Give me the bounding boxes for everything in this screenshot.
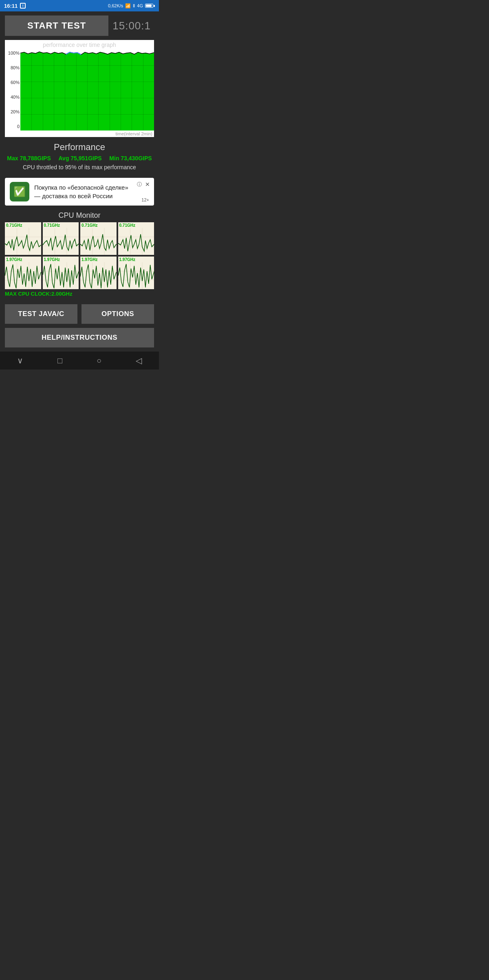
status-right: 0,62K/s 📶 Ⅱ 4G bbox=[108, 3, 155, 9]
cpu-freq-7: 1.97GHz bbox=[119, 257, 135, 262]
graph-canvas bbox=[20, 49, 154, 131]
performance-line bbox=[20, 49, 154, 131]
status-bar: 16:11 ! 0,62K/s 📶 Ⅱ 4G bbox=[0, 0, 159, 11]
y-label-100: 100% bbox=[6, 51, 20, 55]
ad-banner: ✅ Покупка по «безопасной сделке» — доста… bbox=[5, 178, 154, 206]
cpu-freq-0: 0.71GHz bbox=[6, 223, 22, 228]
ad-info-button[interactable]: ⓘ bbox=[137, 181, 142, 188]
performance-stats: Max 78,788GIPS Avg 75,951GIPS Min 73,430… bbox=[3, 155, 156, 161]
cpu-freq-5: 1.97GHz bbox=[44, 257, 60, 262]
ad-text: Покупка по «безопасной сделке» — доставк… bbox=[34, 183, 149, 200]
cpu-core-4: 1.97GHz bbox=[5, 257, 41, 289]
cpu-sparkline-7 bbox=[118, 262, 154, 289]
performance-section: Performance Max 78,788GIPS Avg 75,951GIP… bbox=[0, 137, 159, 175]
y-label-20: 20% bbox=[6, 109, 20, 114]
throttle-text: CPU throttled to 95% of its max performa… bbox=[3, 164, 156, 170]
test-java-c-button[interactable]: TEST JAVA/C bbox=[5, 304, 77, 324]
y-label-0: 0 bbox=[6, 124, 20, 129]
cpu-core-6: 1.97GHz bbox=[80, 257, 117, 289]
performance-title: Performance bbox=[3, 142, 156, 153]
cpu-sparkline-4 bbox=[5, 262, 41, 289]
nav-down-icon[interactable]: ∨ bbox=[17, 356, 23, 365]
nav-back-icon[interactable]: ◁ bbox=[136, 356, 142, 365]
wifi-icon: 📶 bbox=[125, 3, 131, 9]
cpu-grid: 0.71GHz 0.71GHz bbox=[5, 222, 154, 289]
connection-type: 4G bbox=[137, 3, 143, 8]
cpu-sparkline-6 bbox=[80, 262, 117, 289]
cpu-core-1: 0.71GHz bbox=[43, 222, 79, 255]
cpu-sparkline-1 bbox=[43, 228, 79, 255]
cpu-core-7: 1.97GHz bbox=[118, 257, 154, 289]
stat-avg: Avg 75,951GIPS bbox=[59, 155, 102, 161]
graph-area: 100% 80% 60% 40% 20% 0 bbox=[5, 49, 154, 131]
options-button[interactable]: OPTIONS bbox=[82, 304, 154, 324]
graph-time-label: time(interval 2min) bbox=[5, 131, 154, 137]
cpu-sparkline-2 bbox=[80, 228, 117, 255]
cpu-core-5: 1.97GHz bbox=[43, 257, 79, 289]
y-label-80: 80% bbox=[6, 65, 20, 70]
battery-indicator bbox=[145, 4, 155, 8]
status-left: 16:11 ! bbox=[4, 3, 26, 9]
help-btn-row: HELP/INSTRUCTIONS bbox=[0, 328, 159, 352]
graph-title: performance over time graph bbox=[5, 40, 154, 49]
cpu-monitor-section: CPU Monitor 0.71GHz 0.71GHz bbox=[0, 208, 159, 300]
cpu-max-clock: MAX CPU CLOCK:2.00GHz bbox=[5, 291, 154, 297]
cpu-freq-2: 0.71GHz bbox=[82, 223, 97, 228]
performance-graph-container: performance over time graph 100% 80% 60%… bbox=[5, 40, 154, 137]
cpu-sparkline-5 bbox=[43, 262, 79, 289]
cpu-core-0: 0.71GHz bbox=[5, 222, 41, 255]
notification-icon: ! bbox=[20, 3, 26, 9]
graph-y-labels: 100% 80% 60% 40% 20% 0 bbox=[5, 49, 20, 131]
cpu-monitor-title: CPU Monitor bbox=[5, 211, 154, 220]
ad-text-line1: Покупка по «безопасной сделке» bbox=[34, 184, 128, 191]
signal-icon: Ⅱ bbox=[133, 3, 135, 9]
cpu-core-2: 0.71GHz bbox=[80, 222, 117, 255]
timer-display: 15:00:1 bbox=[112, 20, 154, 32]
ad-shield-icon: ✅ bbox=[10, 182, 29, 201]
stat-max: Max 78,788GIPS bbox=[7, 155, 51, 161]
y-label-60: 60% bbox=[6, 80, 20, 85]
network-speed: 0,62K/s bbox=[108, 3, 123, 8]
cpu-core-3: 0.71GHz bbox=[118, 222, 154, 255]
top-controls: START TEST 15:00:1 bbox=[0, 11, 159, 40]
cpu-freq-4: 1.97GHz bbox=[6, 257, 22, 262]
cpu-sparkline-0 bbox=[5, 228, 41, 255]
nav-recent-icon[interactable]: □ bbox=[57, 356, 62, 365]
status-time: 16:11 bbox=[4, 3, 18, 9]
cpu-freq-1: 0.71GHz bbox=[44, 223, 60, 228]
start-test-button[interactable]: START TEST bbox=[5, 15, 108, 36]
cpu-sparkline-3 bbox=[118, 228, 154, 255]
navigation-bar: ∨ □ ○ ◁ bbox=[0, 352, 159, 369]
stat-min: Min 73,430GIPS bbox=[109, 155, 152, 161]
help-instructions-button[interactable]: HELP/INSTRUCTIONS bbox=[5, 328, 154, 347]
bottom-buttons: TEST JAVA/C OPTIONS bbox=[0, 300, 159, 328]
ad-rating: 12+ bbox=[141, 197, 149, 202]
nav-home-icon[interactable]: ○ bbox=[97, 356, 101, 365]
ad-text-line2: — доставка по всей России bbox=[34, 192, 112, 199]
y-label-40: 40% bbox=[6, 95, 20, 100]
cpu-freq-6: 1.97GHz bbox=[82, 257, 97, 262]
cpu-freq-3: 0.71GHz bbox=[119, 223, 135, 228]
ad-close-button[interactable]: ✕ bbox=[145, 181, 150, 188]
